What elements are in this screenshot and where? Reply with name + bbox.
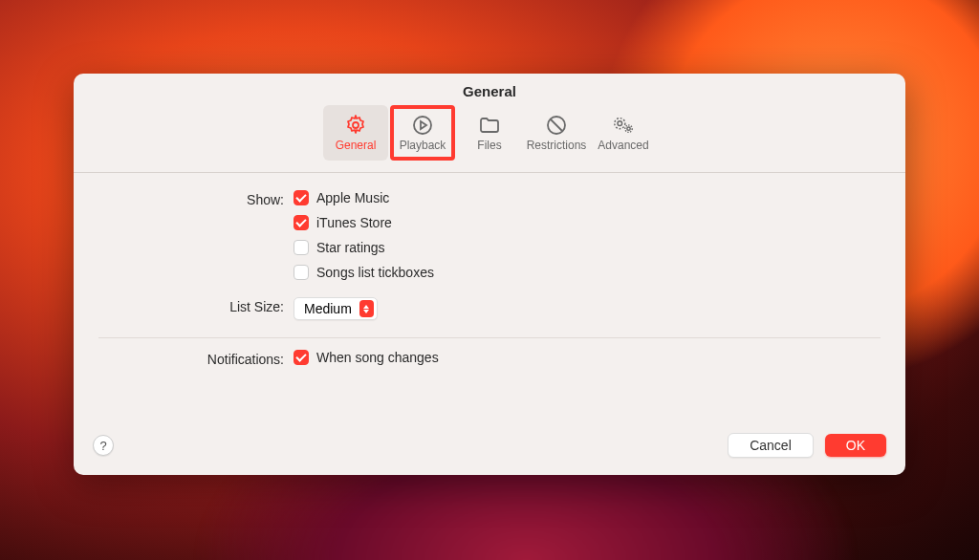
- cancel-button[interactable]: Cancel: [728, 433, 814, 458]
- check-label: Star ratings: [316, 240, 385, 255]
- svg-point-1: [414, 117, 431, 134]
- tab-files[interactable]: Files: [457, 105, 522, 161]
- tab-label: Files: [477, 139, 501, 152]
- gears-icon: [612, 114, 635, 137]
- check-label: iTunes Store: [316, 215, 392, 230]
- show-label: Show:: [98, 190, 294, 207]
- help-button[interactable]: ?: [93, 435, 114, 456]
- tab-label: General: [336, 139, 377, 152]
- checkbox-icon[interactable]: [294, 265, 309, 280]
- tab-label: Playback: [400, 139, 446, 152]
- stepper-icon: [359, 300, 374, 317]
- tab-advanced[interactable]: Advanced: [591, 105, 656, 161]
- tab-restrictions[interactable]: Restrictions: [524, 105, 589, 161]
- list-size-select[interactable]: Medium: [294, 297, 378, 320]
- gear-icon: [344, 114, 367, 137]
- svg-point-5: [615, 118, 625, 129]
- tab-playback[interactable]: Playback: [390, 105, 455, 161]
- checkbox-icon[interactable]: [294, 350, 309, 365]
- select-value: Medium: [304, 301, 352, 316]
- svg-line-3: [551, 119, 562, 131]
- preferences-dialog: General General Playback Files Restricti…: [74, 74, 905, 475]
- check-when-song-changes[interactable]: When song changes: [294, 350, 439, 365]
- check-label: Songs list tickboxes: [316, 265, 434, 280]
- svg-point-7: [625, 125, 632, 132]
- tab-label: Restrictions: [527, 139, 587, 152]
- dialog-title: General: [74, 74, 905, 105]
- svg-point-0: [353, 122, 359, 128]
- check-itunes-store[interactable]: iTunes Store: [294, 215, 434, 230]
- tab-general[interactable]: General: [323, 105, 388, 161]
- check-label: Apple Music: [316, 190, 389, 205]
- play-circle-icon: [411, 114, 434, 137]
- check-label: When song changes: [316, 350, 439, 365]
- svg-point-4: [618, 121, 622, 126]
- folder-icon: [478, 114, 501, 137]
- ok-button[interactable]: OK: [825, 434, 886, 457]
- preferences-toolbar: General Playback Files Restrictions Adva…: [74, 105, 905, 173]
- check-apple-music[interactable]: Apple Music: [294, 190, 434, 205]
- svg-point-6: [627, 127, 630, 130]
- no-entry-icon: [545, 114, 568, 137]
- tab-label: Advanced: [598, 139, 648, 152]
- checkbox-icon[interactable]: [294, 215, 309, 230]
- check-star-ratings[interactable]: Star ratings: [294, 240, 434, 255]
- check-songs-tickboxes[interactable]: Songs list tickboxes: [294, 265, 434, 280]
- list-size-label: List Size:: [98, 297, 294, 314]
- checkbox-icon[interactable]: [294, 240, 309, 255]
- content-area: Show: Apple Music iTunes Store Star rati…: [74, 173, 905, 421]
- notifications-label: Notifications:: [98, 350, 294, 367]
- dialog-footer: ? Cancel OK: [74, 421, 905, 475]
- checkbox-icon[interactable]: [294, 190, 309, 205]
